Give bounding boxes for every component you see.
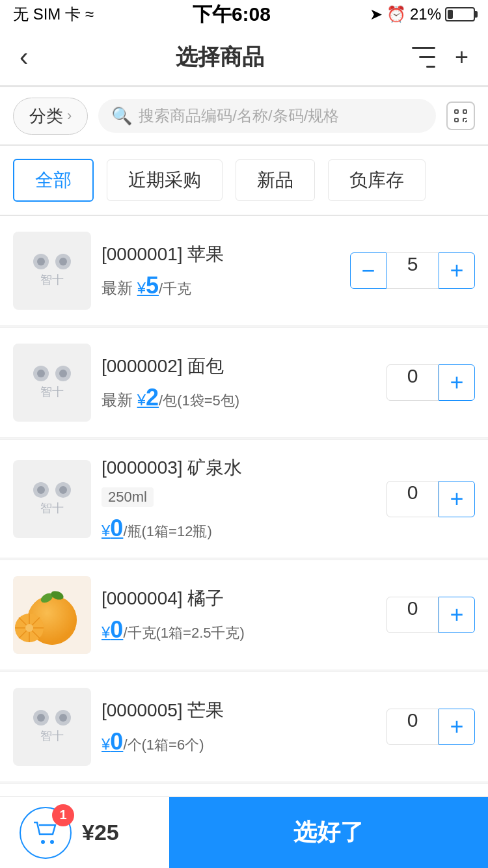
tab-recent[interactable]: 近期采购 <box>107 159 223 201</box>
qty-plus-button[interactable]: + <box>439 709 475 745</box>
confirm-button[interactable]: 选好了 <box>169 797 488 869</box>
brand-placeholder: 智十 <box>40 500 64 516</box>
product-info: [0000004] 橘子 ¥0/千克(1箱=2.5千克) <box>91 586 386 644</box>
product-name: [0000001] 苹果 <box>102 242 340 267</box>
category-chevron-icon: › <box>67 107 72 124</box>
alarm-icon: ⏰ <box>386 5 406 23</box>
cart-button[interactable]: 1 <box>20 807 72 859</box>
product-name: [0000003] 矿泉水 <box>102 455 376 480</box>
qty-input[interactable]: 0 <box>386 364 439 401</box>
product-info: [0000003] 矿泉水 250ml ¥0/瓶(1箱=12瓶) <box>91 455 386 542</box>
product-qty: 0 + <box>386 597 475 633</box>
tab-new[interactable]: 新品 <box>236 159 315 201</box>
qty-plus-button[interactable]: + <box>439 364 475 401</box>
nav-bar: ‹ 选择商品 + <box>0 29 488 86</box>
product-image: 智十 <box>13 688 91 766</box>
scan-button[interactable] <box>446 102 475 130</box>
product-qty: − 5 + <box>350 252 475 289</box>
product-name: [0000004] 橘子 <box>102 586 376 611</box>
tabs-row: 全部 近期采购 新品 负库存 <box>0 146 488 216</box>
svg-rect-0 <box>455 110 458 113</box>
svg-rect-2 <box>455 118 458 122</box>
status-time: 下午6:08 <box>193 1 271 28</box>
product-info: [0000002] 面包 最新 ¥2/包(1袋=5包) <box>91 354 386 411</box>
product-price: 最新 ¥2/包(1袋=5包) <box>102 384 376 411</box>
brand-placeholder: 智十 <box>40 384 64 400</box>
tab-all[interactable]: 全部 <box>13 159 94 202</box>
qty-input[interactable]: 0 <box>386 597 439 633</box>
product-price: 最新 ¥5/千克 <box>102 272 340 299</box>
product-qty: 0 + <box>386 709 475 745</box>
list-item: 智十 [0000005] 芒果 ¥0/个(1箱=6个) 0 + <box>0 672 488 782</box>
svg-point-18 <box>25 624 33 632</box>
tab-negative[interactable]: 负库存 <box>328 159 426 201</box>
qty-input[interactable]: 0 <box>386 481 439 517</box>
product-price: ¥0/瓶(1箱=12瓶) <box>102 515 376 542</box>
product-image: 智十 <box>13 344 91 422</box>
qty-plus-button[interactable]: + <box>439 481 475 517</box>
qty-input[interactable]: 0 <box>386 709 439 745</box>
search-box[interactable]: 🔍 搜索商品编码/名称/条码/规格 <box>98 99 436 133</box>
product-price: ¥0/个(1箱=6个) <box>102 728 376 755</box>
product-image: 智十 <box>13 460 91 538</box>
search-icon: 🔍 <box>111 106 132 126</box>
product-qty: 0 + <box>386 364 475 401</box>
back-button[interactable]: ‹ <box>20 42 28 72</box>
battery-icon <box>445 7 475 21</box>
nav-actions: + <box>412 44 468 71</box>
product-image <box>13 576 91 654</box>
qty-input[interactable]: 5 <box>386 252 439 289</box>
cart-badge: 1 <box>52 804 74 826</box>
product-price: ¥0/千克(1箱=2.5千克) <box>102 616 376 644</box>
product-list: 智十 [0000001] 苹果 最新 ¥5/千克 − 5 + 智十 <box>0 216 488 868</box>
product-qty: 0 + <box>386 481 475 517</box>
brand-placeholder: 智十 <box>40 728 64 744</box>
qty-minus-button[interactable]: − <box>350 252 386 289</box>
status-right: ➤ ⏰ 21% <box>370 5 475 23</box>
list-item: 智十 [0000001] 苹果 最新 ¥5/千克 − 5 + <box>0 216 488 326</box>
qty-plus-button[interactable]: + <box>439 597 475 633</box>
location-icon: ➤ <box>370 5 383 23</box>
search-placeholder: 搜索商品编码/名称/条码/规格 <box>139 105 339 126</box>
product-info: [0000005] 芒果 ¥0/个(1箱=6个) <box>91 698 386 755</box>
cart-section: 1 ¥25 <box>0 807 169 859</box>
cart-total: ¥25 <box>82 820 119 845</box>
qty-plus-button[interactable]: + <box>439 252 475 289</box>
product-spec: 250ml <box>102 487 154 507</box>
list-item: 智十 [0000003] 矿泉水 250ml ¥0/瓶(1箱=12瓶) 0 + <box>0 440 488 558</box>
product-name: [0000005] 芒果 <box>102 698 376 723</box>
battery-text: 21% <box>410 5 441 23</box>
status-bar: 无 SIM 卡 ≈ 下午6:08 ➤ ⏰ 21% <box>0 0 488 29</box>
list-item: [0000004] 橘子 ¥0/千克(1箱=2.5千克) 0 + <box>0 560 488 670</box>
product-info: [0000001] 苹果 最新 ¥5/千克 <box>91 242 350 299</box>
status-left: 无 SIM 卡 ≈ <box>13 4 94 25</box>
filter-row: 分类 › 🔍 搜索商品编码/名称/条码/规格 <box>0 87 488 146</box>
brand-placeholder: 智十 <box>40 272 64 288</box>
product-image: 智十 <box>13 232 91 310</box>
add-button[interactable]: + <box>455 44 468 71</box>
category-button[interactable]: 分类 › <box>13 98 88 135</box>
svg-point-20 <box>50 840 54 844</box>
carrier-text: 无 SIM 卡 ≈ <box>13 4 94 25</box>
product-name: [0000002] 面包 <box>102 354 376 379</box>
svg-point-19 <box>41 840 45 844</box>
svg-rect-1 <box>463 110 467 113</box>
page-title: 选择商品 <box>176 42 264 72</box>
category-label: 分类 <box>29 105 63 128</box>
list-item: 智十 [0000002] 面包 最新 ¥2/包(1袋=5包) 0 + <box>0 328 488 438</box>
bottom-bar: 1 ¥25 选好了 <box>0 796 488 868</box>
filter-icon[interactable] <box>412 47 435 68</box>
